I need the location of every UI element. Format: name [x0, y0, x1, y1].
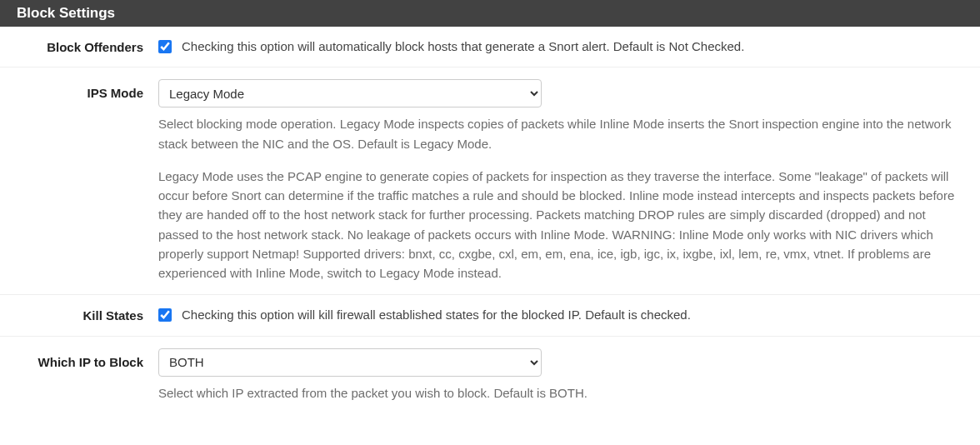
row-kill-states: Kill States Checking this option will ki… [0, 295, 980, 336]
inline-check-block-offenders: Checking this option will automatically … [158, 38, 955, 55]
desc-block-offenders: Checking this option will automatically … [182, 38, 744, 55]
control-which-ip: BOTH Select which IP extracted from the … [158, 348, 980, 402]
label-ips-mode: IPS Mode [0, 79, 158, 282]
row-block-offenders: Block Offenders Checking this option wil… [0, 27, 980, 68]
row-which-ip: Which IP to Block BOTH Select which IP e… [0, 337, 980, 414]
label-block-offenders: Block Offenders [0, 38, 158, 55]
checkbox-kill-states[interactable] [158, 308, 172, 322]
label-kill-states: Kill States [0, 307, 158, 323]
row-ips-mode: IPS Mode Legacy Mode Select blocking mod… [0, 68, 980, 295]
checkbox-block-offenders[interactable] [158, 40, 172, 53]
select-ips-mode[interactable]: Legacy Mode [158, 79, 542, 108]
help-which-ip: Select which IP extracted from the packe… [158, 383, 955, 402]
select-which-ip[interactable]: BOTH [158, 348, 542, 377]
help-ips-mode-2: Legacy Mode uses the PCAP engine to gene… [158, 167, 955, 283]
label-which-ip: Which IP to Block [0, 348, 158, 402]
desc-kill-states: Checking this option will kill firewall … [182, 307, 691, 323]
panel-header: Block Settings [0, 0, 980, 27]
help-ips-mode-1: Select blocking mode operation. Legacy M… [158, 114, 955, 153]
control-block-offenders: Checking this option will automatically … [158, 38, 980, 55]
control-ips-mode: Legacy Mode Select blocking mode operati… [158, 79, 980, 282]
inline-check-kill-states: Checking this option will kill firewall … [158, 307, 955, 323]
panel-title: Block Settings [17, 5, 115, 21]
control-kill-states: Checking this option will kill firewall … [158, 307, 980, 323]
